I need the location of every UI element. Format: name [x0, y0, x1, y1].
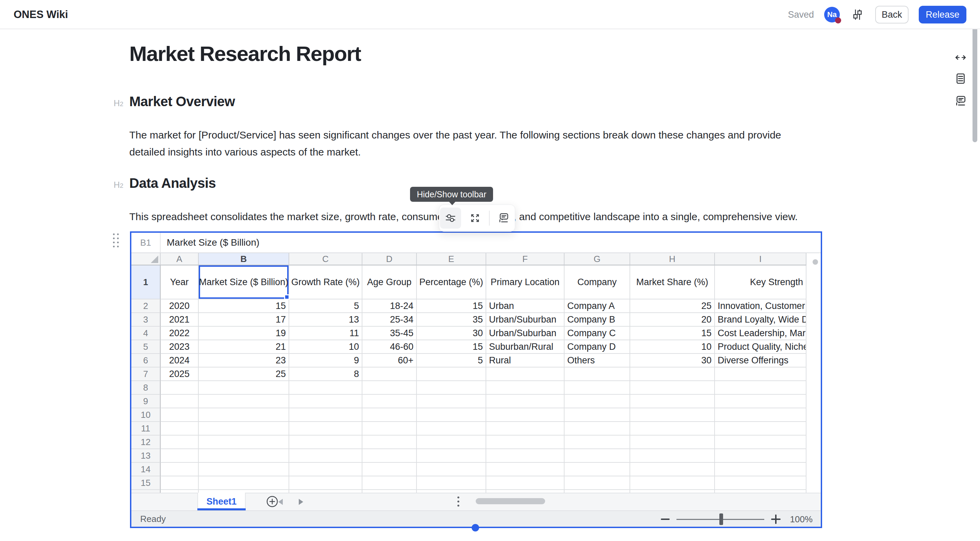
cell-D12[interactable]: [363, 436, 417, 449]
cell-H16[interactable]: [630, 490, 715, 493]
cell-A16[interactable]: [161, 490, 199, 493]
cell-C1[interactable]: Growth Rate (%): [289, 266, 363, 299]
row-header-1[interactable]: 1: [131, 266, 161, 299]
cell-B3[interactable]: 17: [199, 313, 289, 327]
column-header-C[interactable]: C: [289, 253, 363, 266]
cell-B14[interactable]: [199, 463, 289, 476]
back-button[interactable]: Back: [875, 6, 908, 24]
cell-F1[interactable]: Primary Location: [486, 266, 565, 299]
row-header-6[interactable]: 6: [131, 354, 161, 368]
cell-A4[interactable]: 2022: [161, 327, 199, 340]
cell-H3[interactable]: 20: [630, 313, 715, 327]
page-width-icon[interactable]: [954, 51, 967, 64]
cell-B9[interactable]: [199, 395, 289, 408]
cell-F8[interactable]: [486, 381, 565, 395]
row-header-7[interactable]: 7: [131, 368, 161, 381]
cell-F11[interactable]: [486, 422, 565, 436]
cell-D14[interactable]: [363, 463, 417, 476]
cell-E16[interactable]: [417, 490, 486, 493]
tabs-next-icon[interactable]: [299, 499, 303, 505]
cell-C6[interactable]: 9: [289, 354, 363, 368]
cell-D11[interactable]: [363, 422, 417, 436]
cell-C5[interactable]: 10: [289, 340, 363, 354]
cell-D6[interactable]: 60+: [363, 354, 417, 368]
cell-I8[interactable]: [715, 381, 807, 395]
cell-I15[interactable]: [715, 476, 807, 490]
cell-B12[interactable]: [199, 436, 289, 449]
cell-F15[interactable]: [486, 476, 565, 490]
more-sheets-icon[interactable]: [454, 496, 463, 507]
cell-D15[interactable]: [363, 476, 417, 490]
cell-H14[interactable]: [630, 463, 715, 476]
select-all-corner[interactable]: [131, 253, 161, 266]
sheet-vertical-scrollbar[interactable]: [813, 259, 818, 265]
cell-B7[interactable]: 25: [199, 368, 289, 381]
cell-C4[interactable]: 11: [289, 327, 363, 340]
cell-I3[interactable]: Brand Loyalty, Wide D: [715, 313, 807, 327]
settings-sliders-icon[interactable]: [850, 7, 865, 22]
row-header-2[interactable]: 2: [131, 299, 161, 313]
row-header-3[interactable]: 3: [131, 313, 161, 327]
cell-H11[interactable]: [630, 422, 715, 436]
cell-E6[interactable]: 5: [417, 354, 486, 368]
zoom-in-icon[interactable]: [770, 514, 781, 525]
sheet-horizontal-scrollbar[interactable]: [476, 498, 545, 504]
cell-I12[interactable]: [715, 436, 807, 449]
cell-F2[interactable]: Urban: [486, 299, 565, 313]
cell-F16[interactable]: [486, 490, 565, 493]
cell-A12[interactable]: [161, 436, 199, 449]
column-header-B[interactable]: B: [199, 253, 289, 266]
row-header-15[interactable]: 15: [131, 476, 161, 490]
column-header-F[interactable]: F: [486, 253, 565, 266]
cell-E11[interactable]: [417, 422, 486, 436]
cell-E1[interactable]: Percentage (%): [417, 266, 486, 299]
cell-G7[interactable]: [565, 368, 630, 381]
cell-G10[interactable]: [565, 408, 630, 422]
cell-C12[interactable]: [289, 436, 363, 449]
cell-G3[interactable]: Company B: [565, 313, 630, 327]
cell-I2[interactable]: Innovation, Customer: [715, 299, 807, 313]
cell-E5[interactable]: 15: [417, 340, 486, 354]
row-header-4[interactable]: 4: [131, 327, 161, 340]
cell-G4[interactable]: Company C: [565, 327, 630, 340]
block-drag-handle-icon[interactable]: [113, 234, 119, 247]
cell-E3[interactable]: 35: [417, 313, 486, 327]
cell-H1[interactable]: Market Share (%): [630, 266, 715, 299]
toolbar-toggle-icon[interactable]: [440, 208, 461, 229]
cell-C3[interactable]: 13: [289, 313, 363, 327]
cell-name-box[interactable]: B1: [131, 233, 161, 253]
cell-A9[interactable]: [161, 395, 199, 408]
cell-C10[interactable]: [289, 408, 363, 422]
cell-I5[interactable]: Product Quality, Niche: [715, 340, 807, 354]
cell-G12[interactable]: [565, 436, 630, 449]
cell-D10[interactable]: [363, 408, 417, 422]
cell-B16[interactable]: [199, 490, 289, 493]
selection-fill-handle[interactable]: [284, 294, 290, 300]
cell-F13[interactable]: [486, 449, 565, 463]
outline-icon[interactable]: [954, 72, 967, 85]
cell-I9[interactable]: [715, 395, 807, 408]
cell-D5[interactable]: 46-60: [363, 340, 417, 354]
cell-H8[interactable]: [630, 381, 715, 395]
cell-I13[interactable]: [715, 449, 807, 463]
cell-G9[interactable]: [565, 395, 630, 408]
cell-A13[interactable]: [161, 449, 199, 463]
cell-E14[interactable]: [417, 463, 486, 476]
cell-C8[interactable]: [289, 381, 363, 395]
cell-A15[interactable]: [161, 476, 199, 490]
cell-H2[interactable]: 25: [630, 299, 715, 313]
cell-B4[interactable]: 19: [199, 327, 289, 340]
cell-G15[interactable]: [565, 476, 630, 490]
cell-B10[interactable]: [199, 408, 289, 422]
cell-B11[interactable]: [199, 422, 289, 436]
cell-C14[interactable]: [289, 463, 363, 476]
cell-I6[interactable]: Diverse Offerings: [715, 354, 807, 368]
cell-B2[interactable]: 15: [199, 299, 289, 313]
cell-A7[interactable]: 2025: [161, 368, 199, 381]
cell-B6[interactable]: 23: [199, 354, 289, 368]
cell-I4[interactable]: Cost Leadership, Mark: [715, 327, 807, 340]
column-header-G[interactable]: G: [565, 253, 630, 266]
cell-I11[interactable]: [715, 422, 807, 436]
cell-A1[interactable]: Year: [161, 266, 199, 299]
cell-H10[interactable]: [630, 408, 715, 422]
